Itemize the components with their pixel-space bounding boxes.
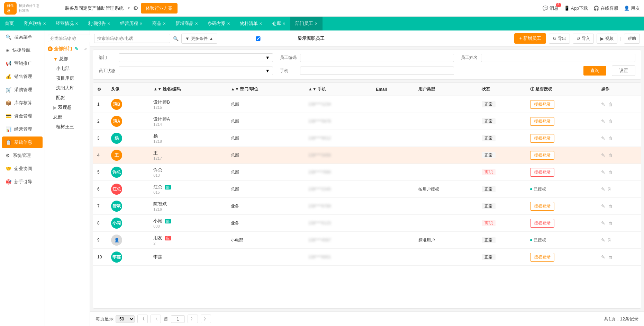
dept-collapse-icon[interactable]: « [84, 46, 87, 52]
col-phone[interactable]: ▲▼ 手机 [304, 83, 372, 96]
copy-icon-row6[interactable]: ⎘ [608, 186, 611, 192]
sidebar-item-quicknav[interactable]: ⊞ 快捷导航 [0, 44, 45, 57]
sidebar-item-sales[interactable]: 💰 销售管理 [0, 70, 45, 83]
edit-icon-row6[interactable]: ✎ [601, 186, 605, 192]
view-button[interactable]: ▶ 视频 [597, 34, 617, 44]
row3-auth[interactable]: 授权登录 [526, 130, 597, 147]
col-settings[interactable]: ⚙ [93, 83, 107, 96]
sidebar-item-purchase[interactable]: 🛒 采购管理 [0, 83, 45, 96]
row10-auth[interactable]: 授权登录 [526, 249, 597, 266]
nav-close-barcode[interactable]: ✕ [227, 21, 230, 26]
nav-close-history[interactable]: ✕ [139, 21, 143, 26]
row5-auth[interactable]: 授权登录 [526, 164, 597, 181]
nav-item-barcode[interactable]: 条码方案 ✕ [203, 17, 235, 30]
nav-close-new-goods[interactable]: ✕ [195, 21, 198, 26]
export-button[interactable]: ↻ 导出 [549, 34, 570, 44]
page-number-input[interactable] [171, 315, 185, 323]
search-input[interactable] [94, 34, 170, 43]
search-button[interactable]: 查询 [583, 66, 606, 76]
delete-icon-row3[interactable]: 🗑 [608, 135, 613, 141]
nav-close-employee[interactable]: ✕ [315, 21, 318, 26]
filter-dept-select[interactable]: ▼ [119, 53, 273, 62]
dept-item-shenyang[interactable]: 沈阳大库 [45, 83, 90, 93]
sidebar-item-collab[interactable]: 🤝 企业协同 [0, 162, 45, 175]
trial-button[interactable]: 体验行业方案 [141, 3, 178, 14]
dept-item-zongbu-expand[interactable]: ▼ 总部 [45, 54, 90, 64]
nav-close-warehouse[interactable]: ✕ [282, 21, 285, 26]
sidebar-item-finance[interactable]: 💳 资金管理 [0, 109, 45, 123]
sidebar-item-system[interactable]: ⚙ 系统管理 [0, 149, 45, 162]
delete-icon-row7[interactable]: 🗑 [608, 203, 613, 209]
prev-page-button[interactable]: 〈 [151, 315, 161, 323]
edit-icon-row8[interactable]: ✎ [601, 220, 605, 226]
edit-icon-row5[interactable]: ✎ [601, 169, 605, 175]
nav-item-warehouse[interactable]: 仓库 ✕ [267, 17, 290, 30]
set-button[interactable]: 设置 [612, 65, 635, 76]
edit-icon-row10[interactable]: ✎ [601, 254, 605, 260]
filter-empstatus-select[interactable]: ▼ [119, 67, 273, 75]
nav-item-bom[interactable]: 物料清单 ✕ [235, 17, 267, 30]
sidebar-item-basic[interactable]: 📋 基础信息 [2, 136, 43, 148]
sys-title-dropdown-icon[interactable]: ▼ [127, 6, 130, 10]
auth-button-row10[interactable]: 授权登录 [530, 253, 554, 262]
import-button[interactable]: ↺ 导入 [573, 34, 594, 44]
auth-button-row1[interactable]: 授权登录 [530, 100, 554, 109]
nav-close-operation[interactable]: ✕ [75, 21, 78, 26]
nav-close-customer[interactable]: ✕ [43, 21, 46, 26]
dept-item-peihuo[interactable]: 配货 [45, 93, 90, 103]
sidebar-item-inventory[interactable]: 📦 库存核算 [0, 96, 45, 109]
row7-auth[interactable]: 授权登录 [526, 198, 597, 215]
edit-icon-row1[interactable]: ✎ [601, 102, 605, 107]
row4-auth[interactable]: 授权登录 [526, 147, 597, 164]
help-button[interactable]: 帮助 [624, 34, 640, 44]
auth-button-row7[interactable]: 授权登录 [530, 202, 554, 211]
edit-icon-row4[interactable]: ✎ [601, 152, 605, 158]
delete-icon-row8[interactable]: 🗑 [608, 220, 613, 226]
filter-phone-input[interactable] [300, 67, 454, 75]
auth-button-row3[interactable]: 授权登录 [530, 134, 554, 143]
sidebar-item-search[interactable]: 🔍 搜索菜单 [0, 30, 45, 44]
dept-item-xiaodian[interactable]: 小电部 [45, 64, 90, 73]
last-page-button[interactable]: 》 [201, 315, 211, 323]
sidebar-item-guide[interactable]: 🎯 新手引导 [0, 175, 45, 188]
delete-icon-row1[interactable]: 🗑 [608, 102, 613, 107]
more-filter-button[interactable]: ▼ 更多条件 ▲ [181, 34, 217, 44]
auth-button-row4[interactable]: 授权登录 [530, 151, 554, 160]
dept-item-zongbu2[interactable]: 总部 [45, 112, 90, 122]
nav-item-history[interactable]: 经营历程 ✕ [115, 17, 147, 30]
edit-icon-row2[interactable]: ✎ [601, 118, 605, 124]
edit-icon-row9[interactable]: ✎ [601, 237, 605, 243]
sidebar-item-marketing[interactable]: 📢 营销推广 [0, 57, 45, 70]
nav-item-new-goods[interactable]: 新增商品 ✕ [171, 17, 203, 30]
row1-auth[interactable]: 授权登录 [526, 96, 597, 113]
show-resigned-checkbox[interactable] [220, 36, 296, 41]
settings-icon[interactable]: ⚙ [133, 5, 138, 11]
nav-item-home[interactable]: 首页 [0, 17, 19, 30]
dept-edit-icon[interactable]: ✎ [75, 46, 78, 51]
all-dept-title[interactable]: ⊞ 全部部门 ✎ « [45, 44, 90, 54]
app-download-button[interactable]: 📱 App下载 [564, 5, 588, 11]
online-service-button[interactable]: 🎧 在线客服 [593, 5, 618, 11]
search-toolbar-icon[interactable]: 🔍 [173, 36, 179, 41]
edit-icon-row7[interactable]: ✎ [601, 203, 605, 209]
auth-button-row8[interactable]: 授权登录 [530, 219, 554, 228]
auth-button-row2[interactable]: 授权登录 [530, 117, 554, 126]
col-auth[interactable]: ① 是否授权 [526, 83, 597, 96]
dept-item-project[interactable]: 项目库房 [45, 73, 90, 83]
delete-icon-row10[interactable]: 🗑 [608, 254, 613, 260]
dept-item-zhishu[interactable]: 植树王三 [45, 122, 90, 132]
edit-icon-row3[interactable]: ✎ [601, 135, 605, 141]
row2-auth[interactable]: 授权登录 [526, 113, 597, 130]
next-page-button[interactable]: 〉 [188, 315, 198, 323]
delete-icon-row5[interactable]: 🗑 [608, 169, 613, 175]
message-button[interactable]: 💬 消息 5 [543, 5, 559, 11]
copy-icon-row9[interactable]: ⎘ [608, 237, 611, 243]
per-page-select[interactable]: 50 100 200 [116, 315, 135, 323]
nav-item-customer[interactable]: 客户联络 ✕ [19, 17, 51, 30]
show-resigned-checkbox-label[interactable]: 显示离职员工 [220, 35, 325, 42]
delete-icon-row2[interactable]: 🗑 [608, 118, 613, 124]
nav-close-profit[interactable]: ✕ [107, 21, 110, 26]
first-page-button[interactable]: 《 [137, 315, 148, 323]
user-button[interactable]: 👤 用友 [624, 5, 640, 11]
nav-item-employee[interactable]: 部门员工 ✕ [290, 17, 323, 30]
